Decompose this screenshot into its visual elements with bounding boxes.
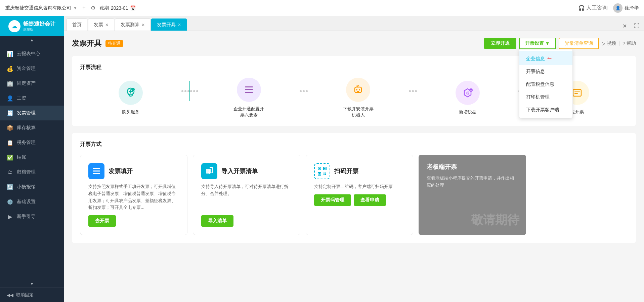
sidebar-bottom-action[interactable]: ◀◀ 取消固定: [0, 288, 64, 302]
kucun-icon: 📦: [7, 124, 13, 131]
dropdown-download-client[interactable]: 下载开票客户端: [519, 104, 572, 116]
sidebar-item-kucun[interactable]: 📦 库存核算: [0, 120, 64, 135]
calendar-icon[interactable]: 📅: [130, 5, 136, 11]
close-all-tabs-btn[interactable]: ✕: [620, 21, 629, 31]
settings-btn[interactable]: 开票设置 ▼: [519, 38, 556, 49]
help-icon: ?: [622, 41, 625, 46]
top-bar-actions: 🎧 人工咨询 👤 徐泽华: [578, 3, 639, 13]
svg-point-13: [357, 85, 359, 86]
fapiao-icon: 🧾: [7, 110, 13, 116]
sidebar-scroll-up[interactable]: ▲: [0, 36, 64, 44]
svg-rect-19: [574, 91, 580, 92]
sidebar: ☁ 畅捷通好会计 旗舰版 ▲ 📊 云报表中心 💰 资金管理 🏢 固定资产 👤: [0, 16, 64, 302]
sidebar-item-gudingzichan[interactable]: 🏢 固定资产: [0, 76, 64, 91]
flow-step-download-robot[interactable]: 下载并安装开票机器人: [308, 78, 409, 118]
method-card-fill: 发票填开 支持按照发票样式手工填开发票；可开具增值税电子普通发票、增值税普通发票…: [80, 155, 187, 235]
sidebar-item-shuiwu[interactable]: 📋 税务管理: [0, 135, 64, 150]
flow-step-buy-service[interactable]: + 购买服务: [80, 81, 181, 115]
method-card-import: 导入开票清单 支持导入待开票清单，可对待开票清单进行拆分、合并处理。 导入清单: [193, 155, 300, 235]
svg-rect-31: [319, 173, 320, 175]
svg-rect-5: [245, 86, 253, 87]
help-btn[interactable]: ? 帮助: [622, 40, 636, 46]
dropdown-invoice-info[interactable]: 开票信息: [519, 65, 572, 78]
svg-rect-32: [324, 173, 325, 174]
scan-icon: [314, 163, 330, 179]
gongzi-icon: 👤: [7, 95, 13, 102]
sidebar-item-xinshou[interactable]: ▶ 新手引导: [0, 209, 64, 224]
add-company-btn[interactable]: ＋: [81, 4, 87, 11]
method-card-scan: 扫码开票 支持定制开票二维码，客户端可扫码开票 开票码管理 查看申请: [306, 155, 413, 235]
tab-cesuan-close[interactable]: ✕: [141, 23, 145, 27]
xiaochangbaoxiao-icon: 🔄: [7, 184, 13, 190]
sidebar-item-zijin[interactable]: 💰 资金管理: [0, 61, 64, 76]
tab-fapiao-close[interactable]: ✕: [105, 23, 109, 27]
video-btn[interactable]: ▷ 视频: [602, 40, 616, 46]
view-apply-btn[interactable]: 查看申请: [354, 194, 386, 206]
content-area: 首页 发票 ✕ 发票测算 ✕ 发票开具 ✕ ✕ ⛶: [64, 16, 644, 302]
logo-area: ☁ 畅捷通好会计 旗舰版: [0, 16, 64, 36]
status-badge: 待开通: [105, 40, 123, 47]
svg-rect-23: [93, 173, 100, 174]
download-robot-icon: [346, 78, 370, 102]
abnormal-list-btn[interactable]: 异常清单查询: [559, 38, 599, 49]
settings-dropdown-menu: 企业信息 ← 开票信息 配置税盘信息 打印机管理: [519, 49, 573, 118]
svg-text:+: +: [132, 88, 134, 91]
jiezhang-icon: ✅: [7, 154, 13, 161]
fill-card-header: 发票填开: [88, 163, 179, 179]
play-icon: ▷: [602, 41, 605, 46]
top-bar: 重庆畅捷交通信息咨询有限公司 ▼ ＋ ⚙ 账期 2023-01 📅 🎧 人工咨询…: [0, 0, 644, 16]
activate-btn[interactable]: 立即开通: [484, 38, 516, 49]
dropdown-tax-disk[interactable]: 配置税盘信息: [519, 78, 572, 91]
buy-service-icon: +: [119, 81, 143, 105]
go-invoice-btn[interactable]: 去开票: [88, 215, 116, 227]
flow-dots-4: [409, 90, 417, 92]
boss-card-header: 老板端开票: [427, 163, 518, 171]
import-card-header: 导入开票清单: [201, 163, 292, 179]
separator: |: [619, 41, 620, 46]
method-card-boss: 老板端开票 查看老板端小程序提交的开票申请，并作出相应的处理 敬请期待: [419, 155, 526, 235]
method-section-title: 开票方式: [80, 141, 628, 148]
svg-rect-6: [245, 89, 253, 90]
company-dropdown-icon[interactable]: ▼: [73, 6, 77, 10]
settings-icon[interactable]: ⚙: [91, 5, 95, 11]
sidebar-scroll-down[interactable]: ▼: [0, 280, 64, 288]
dropdown-company-info[interactable]: 企业信息 ←: [519, 51, 572, 65]
tab-kaiju[interactable]: 发票开具 ✕: [151, 18, 187, 31]
sidebar-item-fapiao[interactable]: 🧾 发票管理: [0, 106, 64, 120]
settings-dropdown-wrapper: 开票设置 ▼ 企业信息 ← 开票信息: [519, 38, 556, 49]
import-list-btn[interactable]: 导入清单: [201, 215, 233, 227]
tab-cesuan[interactable]: 发票测算 ✕: [115, 18, 151, 31]
import-list-icon: [201, 163, 217, 179]
qr-manage-btn[interactable]: 开票码管理: [314, 194, 351, 206]
tab-home[interactable]: 首页: [67, 18, 87, 31]
pin-icon: ◀◀: [7, 293, 13, 298]
sidebar-item-gongzi[interactable]: 👤 工资: [0, 91, 64, 106]
flow-step-add-tax-disk[interactable]: 税+ 新增税盘: [417, 81, 518, 115]
tab-kaiju-close[interactable]: ✕: [178, 23, 181, 27]
sidebar-item-jichu[interactable]: ⚙️ 基础设置: [0, 194, 64, 209]
avatar: 👤: [613, 3, 622, 13]
svg-rect-35: [325, 174, 326, 175]
sidebar-item-jiezhang[interactable]: ✅ 结账: [0, 150, 64, 165]
expand-btn[interactable]: ⛶: [632, 21, 641, 31]
fill-invoice-icon: [88, 163, 104, 179]
svg-rect-21: [93, 168, 100, 169]
sidebar-item-yunbao[interactable]: 📊 云报表中心: [0, 46, 64, 61]
tab-fapiao[interactable]: 发票 ✕: [88, 18, 114, 31]
flow-dots-2: [190, 90, 198, 92]
dropdown-printer[interactable]: 打印机管理: [519, 91, 572, 104]
svg-point-9: [356, 89, 357, 90]
page-actions: 立即开通 开票设置 ▼ 企业信息 ←: [484, 38, 636, 49]
flow-step-company-config[interactable]: 企业开通配置开票六要素: [198, 78, 300, 118]
svg-rect-18: [573, 89, 581, 96]
sidebar-item-guidang[interactable]: 🗂 归档管理: [0, 165, 64, 180]
method-cards: 发票填开 支持按照发票样式手工填开发票；可开具增值税电子普通发票、增值税普通发票…: [80, 155, 628, 235]
gudingzichan-icon: 🏢: [7, 80, 13, 87]
shuiwu-icon: 📋: [7, 139, 13, 146]
tab-bar: 首页 发票 ✕ 发票测算 ✕ 发票开具 ✕ ✕ ⛶: [64, 16, 644, 31]
user-info[interactable]: 👤 徐泽华: [613, 3, 639, 13]
sidebar-item-xiaochangbaoxiao[interactable]: 🔄 小畅报销: [0, 180, 64, 194]
company-name[interactable]: 重庆畅捷交通信息咨询有限公司 ▼: [5, 5, 77, 11]
consult-btn[interactable]: 🎧 人工咨询: [578, 4, 608, 11]
svg-rect-33: [325, 173, 326, 174]
